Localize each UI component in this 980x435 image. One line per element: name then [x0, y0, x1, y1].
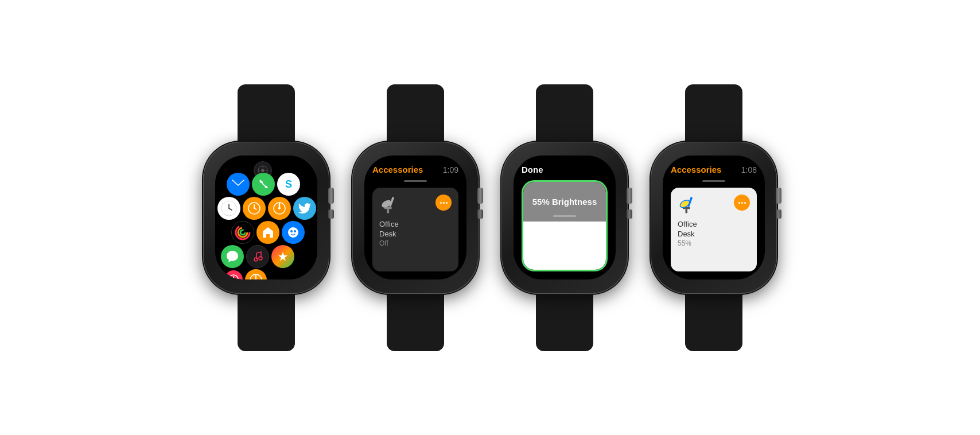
band-bottom-3 [536, 294, 593, 351]
svg-point-17 [238, 228, 247, 237]
crown-4 [776, 188, 781, 204]
band-top-3 [536, 84, 593, 142]
watch-screen-2: Accessories 1:09 [364, 156, 466, 279]
card-top [379, 195, 452, 215]
app-icon-twitter[interactable] [293, 197, 316, 220]
app-icon-messages[interactable] [221, 245, 244, 268]
watch-3: Done 55% Brightness [501, 84, 628, 351]
accessories-title: Accessories [372, 165, 423, 174]
device-name-line2: Desk [379, 230, 452, 239]
app-icon-skype[interactable]: S [277, 173, 300, 196]
more-dot [738, 202, 740, 204]
app-icon-home[interactable] [256, 221, 279, 244]
scroll-indicator-4 [702, 180, 725, 182]
svg-point-21 [294, 230, 296, 232]
more-dot [443, 202, 445, 204]
watch-case-2: Accessories 1:09 [352, 142, 479, 294]
crown-3 [627, 188, 632, 204]
device-status: Off [379, 239, 452, 247]
svg-rect-31 [387, 209, 390, 213]
device-card-on[interactable]: Office Desk 55% [671, 188, 757, 271]
accessories-title-4: Accessories [671, 165, 721, 174]
screen-brightness: Done 55% Brightness [514, 156, 616, 279]
device-name: Office Desk Off [379, 220, 452, 247]
brightness-divider [553, 215, 576, 217]
accessories-time-4: 1:08 [741, 165, 757, 174]
watch-case-1: S [203, 142, 329, 294]
side-button-1 [328, 209, 334, 219]
device-name-line1: Office [379, 220, 452, 230]
brightness-bottom [523, 222, 606, 270]
app-icon-workout[interactable] [271, 245, 294, 268]
device-name-4: Office Desk 55% [678, 220, 750, 247]
app-icon-mail[interactable] [227, 173, 250, 196]
scroll-indicator [404, 180, 427, 182]
svg-point-1 [261, 169, 265, 172]
done-label[interactable]: Done [522, 165, 543, 174]
lamp-icon-on [678, 195, 698, 215]
accessories-header-4: Accessories 1:08 [671, 165, 757, 174]
app-icon-activity[interactable] [231, 221, 254, 244]
app-icon-alarm[interactable] [224, 270, 243, 279]
svg-point-19 [288, 227, 298, 238]
watch-1: S [203, 84, 329, 351]
watch-case-4: Accessories 1:08 [651, 142, 777, 294]
screen-accessories-off: Accessories 1:09 [364, 156, 466, 279]
accessories-header: Accessories 1:09 [372, 165, 458, 174]
brightness-card[interactable]: 55% Brightness [522, 180, 608, 271]
lamp-icon [379, 195, 400, 215]
crown-2 [477, 188, 483, 204]
side-button-4 [776, 209, 781, 219]
more-button[interactable] [435, 195, 452, 211]
device-card-off[interactable]: Office Desk Off [372, 188, 458, 271]
app-icon-phone[interactable] [252, 173, 275, 196]
svg-rect-35 [686, 209, 688, 213]
more-button-4[interactable] [734, 195, 750, 211]
brightness-header: Done [522, 165, 608, 174]
crown-1 [328, 188, 334, 204]
svg-point-23 [259, 257, 262, 260]
screen-accessories-on: Accessories 1:08 [663, 156, 765, 279]
app-icon-timer[interactable] [243, 197, 266, 220]
band-top-4 [685, 84, 742, 142]
watch-screen-1: S [215, 156, 317, 279]
watch-case-3: Done 55% Brightness [501, 142, 628, 294]
band-top-1 [238, 84, 295, 142]
device-status-4: 55% [678, 239, 750, 247]
svg-line-12 [254, 208, 256, 209]
svg-point-20 [290, 230, 293, 232]
brightness-top: 55% Brightness [523, 182, 606, 222]
more-dot [446, 202, 448, 204]
app-icon-clock[interactable] [217, 197, 240, 220]
app-icon-reminders[interactable] [268, 197, 291, 220]
watch-screen-3: Done 55% Brightness [514, 156, 616, 279]
svg-point-22 [254, 258, 258, 261]
app-icon-world-clock[interactable] [245, 269, 267, 279]
more-dot [744, 202, 746, 204]
more-dot [741, 202, 743, 204]
band-bottom-2 [387, 294, 444, 351]
device-name-line2-4: Desk [678, 230, 750, 239]
svg-point-18 [240, 230, 245, 235]
side-button-2 [477, 209, 483, 219]
more-dot [440, 202, 442, 204]
watch-screen-4: Accessories 1:08 [663, 156, 765, 279]
band-top-2 [387, 84, 444, 142]
device-name-line1-4: Office [678, 220, 750, 230]
screen-apps: S [215, 156, 317, 279]
card-top-4 [678, 195, 750, 215]
watch-4: Accessories 1:08 [651, 84, 777, 351]
band-bottom-1 [238, 294, 295, 351]
watch-2: Accessories 1:09 [352, 84, 479, 351]
app-icon-music[interactable] [246, 245, 269, 268]
band-bottom-4 [685, 294, 742, 351]
brightness-label: 55% Brightness [532, 197, 597, 207]
app-icon-tweetbot[interactable] [282, 221, 305, 244]
svg-marker-24 [278, 252, 287, 261]
app-grid: S [217, 160, 315, 275]
svg-point-15 [278, 207, 281, 209]
accessories-time: 1:09 [443, 165, 458, 174]
side-button-3 [627, 209, 632, 219]
